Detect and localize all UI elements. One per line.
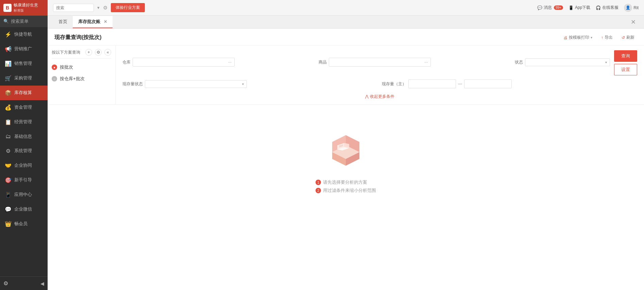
sidebar-item-basics[interactable]: 🗂 基础信息: [0, 129, 48, 144]
sidebar-item-label: 基础信息: [14, 133, 32, 140]
sidebar-item-newbie[interactable]: 🎯 新手引导: [0, 173, 48, 187]
stock-status-dropdown-icon: ▾: [242, 82, 244, 86]
scheme-settings-button[interactable]: ⚙: [95, 49, 102, 56]
filter-group-stock-status: 现存量状态 ▾: [122, 80, 378, 88]
tab-close-all-button[interactable]: ✕: [628, 18, 639, 26]
sidebar-item-marketing[interactable]: 📢 营销推广: [0, 42, 48, 56]
wechat-icon: 💬: [5, 206, 12, 213]
app-logo: B: [3, 4, 12, 12]
topbar-settings-icon[interactable]: ⚙: [103, 5, 107, 11]
tab-home[interactable]: 首页: [53, 16, 73, 28]
sidebar-item-quick-nav[interactable]: ⚡ 快捷导航: [0, 27, 48, 42]
empty-illustration: [325, 132, 366, 173]
status-select[interactable]: ▾: [525, 58, 610, 66]
tab-close-icon[interactable]: ✕: [104, 19, 107, 24]
search-menu[interactable]: 🔍 搜索菜单: [0, 16, 48, 27]
scheme-add-button[interactable]: +: [85, 49, 92, 56]
collapse-more-conditions[interactable]: ⋀ 收起更多条件: [122, 92, 637, 101]
sidebar-item-sales[interactable]: 📊 销售管理: [0, 56, 48, 71]
scheme-item-by-batch[interactable]: ● 按批次: [48, 61, 115, 73]
sidebar-item-label: 采购管理: [14, 75, 32, 81]
main-area: ▾ ⚙ 体验行业方案 💬 消息 99+ 📱 App下载 🎧 在线客服 👤 Rit: [48, 0, 644, 290]
scheme-item-by-warehouse-batch[interactable]: ○ 按仓库+批次: [48, 73, 115, 85]
export-button[interactable]: ↑ 导出: [598, 33, 615, 42]
finance-icon: 💰: [5, 104, 12, 111]
topbar-dropdown-icon[interactable]: ▾: [97, 5, 100, 10]
goods-more-icon[interactable]: ···: [424, 60, 428, 65]
basics-icon: 🗂: [5, 133, 12, 140]
filter-group-warehouse: 仓库 ···: [122, 58, 315, 67]
warehouse-input[interactable]: ···: [133, 58, 235, 67]
messages-label: 消息: [544, 5, 552, 11]
purchase-icon: 🛒: [5, 75, 12, 81]
stock-status-select[interactable]: ▾: [145, 80, 247, 88]
scheme-item-label: 按仓库+批次: [60, 76, 85, 82]
tabbar: 首页 库存批次账 ✕ ✕: [48, 16, 644, 29]
experience-industry-button[interactable]: 体验行业方案: [111, 3, 145, 12]
tab-inventory-batch[interactable]: 库存批次账 ✕: [73, 16, 113, 28]
sidebar-item-inventory[interactable]: 📦 库存核算: [0, 86, 48, 100]
online-service-button[interactable]: 🎧 在线客服: [596, 5, 618, 11]
operations-icon: 📋: [5, 119, 12, 125]
sidebar-item-wechat[interactable]: 💬 企业微信: [0, 202, 48, 217]
scheme-panel: 按以下方案查询 + ⚙ « ● 按批次 ○ 按仓库+批次: [48, 46, 116, 104]
settings-footer-icon[interactable]: ⚙: [3, 280, 8, 287]
scheme-header: 按以下方案查询 + ⚙ «: [48, 49, 115, 58]
collab-icon: 🤝: [5, 162, 12, 169]
messages-badge: 99+: [554, 5, 563, 10]
query-button[interactable]: 查询: [614, 50, 637, 62]
sidebar-item-finance[interactable]: 💰 资金管理: [0, 100, 48, 115]
inventory-icon: 📦: [5, 90, 12, 96]
online-service-label: 在线客服: [602, 5, 618, 11]
sidebar-item-purchase[interactable]: 🛒 采购管理: [0, 71, 48, 86]
sidebar-item-label: 企业协同: [14, 162, 32, 168]
export-icon: ↑: [601, 35, 603, 40]
marketing-icon: 📢: [5, 46, 12, 52]
sidebar-item-member[interactable]: 👑 畅会员: [0, 217, 48, 231]
print-button[interactable]: 🖨 按模板打印 ▾: [561, 33, 595, 42]
settings-button[interactable]: 设置: [614, 64, 637, 75]
app-name: 畅康通好生意: [14, 3, 38, 8]
sidebar-header: B 畅康通好生意 标准版: [0, 0, 48, 16]
scheme-collapse-button[interactable]: «: [104, 49, 111, 56]
print-dropdown-icon[interactable]: ▾: [591, 36, 592, 39]
search-menu-label: 搜索菜单: [11, 18, 29, 24]
sidebar-item-label: 销售管理: [14, 60, 32, 67]
btn-group: 查询 设置: [614, 49, 637, 75]
sidebar-item-appstore[interactable]: 📱 应用中心: [0, 187, 48, 202]
print-icon: 🖨: [563, 35, 567, 40]
page-header: 现存量查询(按批次) 🖨 按模板打印 ▾ ↑ 导出 ↺ 刷新: [48, 29, 644, 46]
warehouse-more-icon[interactable]: ···: [228, 60, 232, 65]
collapse-sidebar-icon[interactable]: ◀: [40, 281, 44, 286]
member-icon: 👑: [5, 221, 12, 227]
app-download-button[interactable]: 📱 App下载: [569, 5, 590, 11]
divider: [52, 58, 111, 59]
topbar: ▾ ⚙ 体验行业方案 💬 消息 99+ 📱 App下载 🎧 在线客服 👤 Rit: [48, 0, 644, 16]
sidebar-item-label: 资金管理: [14, 104, 32, 110]
tip-num-2: 2: [316, 188, 321, 193]
sidebar-item-label: 应用中心: [14, 192, 32, 198]
tip-text-1: 请先选择要分析的方案: [323, 179, 367, 185]
topbar-search-input[interactable]: [53, 4, 94, 12]
sidebar: B 畅康通好生意 标准版 🔍 搜索菜单 ⚡ 快捷导航 📢 营销推广 📊 销售管理…: [0, 0, 48, 290]
stock-qty-min-input[interactable]: [408, 79, 456, 88]
goods-input[interactable]: ···: [329, 58, 431, 67]
messages-button[interactable]: 💬 消息 99+: [537, 5, 563, 11]
sidebar-item-operations[interactable]: 📋 经营管理: [0, 115, 48, 129]
refresh-button[interactable]: ↺ 刷新: [619, 33, 637, 42]
status-dropdown-icon: ▾: [605, 60, 607, 64]
tab-inventory-batch-label: 库存批次账: [78, 19, 100, 25]
tip-num-1: 1: [316, 180, 321, 185]
filter-group-status: 状态 ▾: [515, 58, 610, 66]
search-icon: 🔍: [3, 19, 9, 24]
sidebar-item-system[interactable]: ⚙ 系统管理: [0, 144, 48, 158]
stock-qty-max-input[interactable]: [464, 79, 512, 88]
user-profile-button[interactable]: 👤 Rit: [624, 4, 639, 12]
topbar-right: 💬 消息 99+ 📱 App下载 🎧 在线客服 👤 Rit: [537, 4, 639, 12]
page-actions: 🖨 按模板打印 ▾ ↑ 导出 ↺ 刷新: [561, 33, 637, 42]
refresh-icon: ↺: [622, 35, 625, 40]
avatar: 👤: [624, 4, 632, 12]
app-download-label: App下载: [575, 5, 590, 11]
filter-group-stock-qty: 现存量（主） —: [382, 79, 637, 88]
sidebar-item-collab[interactable]: 🤝 企业协同: [0, 158, 48, 173]
